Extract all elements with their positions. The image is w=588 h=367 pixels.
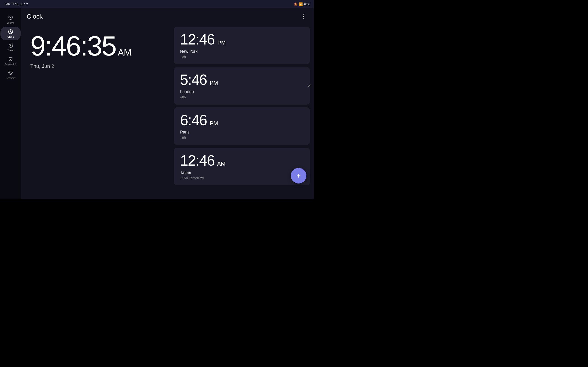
- wc-offset-london: +8h: [180, 95, 304, 99]
- world-clock-card-london: 5:46 PM London +8h: [174, 67, 310, 105]
- fab-plus-icon: +: [296, 172, 301, 179]
- edit-button[interactable]: [307, 83, 312, 89]
- timer-label: Timer: [7, 49, 14, 52]
- wc-ampm-paris: PM: [208, 120, 218, 126]
- wc-offset-taipei: +15h Tomorrow: [180, 176, 304, 180]
- app-container: Clock 9:46:35AM Thu, Jun 2 12:46 PM: [21, 8, 314, 199]
- sidebar-item-timer[interactable]: Timer: [0, 40, 21, 54]
- sidebar-item-alarm[interactable]: Alarm: [0, 13, 21, 27]
- wc-offset-newyork: +3h: [180, 55, 304, 59]
- local-time-value: 9:46:35: [30, 31, 116, 61]
- svg-point-0: [303, 15, 304, 15]
- world-clock-card-taipei: 12:46 AM Taipei +15h Tomorrow +: [174, 148, 310, 185]
- local-time: 9:46:35AM: [30, 32, 164, 60]
- wc-ampm-newyork: PM: [216, 40, 226, 46]
- main-content: 9:46:35AM Thu, Jun 2 12:46 PM New York +…: [21, 23, 314, 199]
- wc-time-london: 5:46 PM: [180, 73, 304, 87]
- svg-point-2: [303, 18, 304, 19]
- wc-time-paris: 6:46 PM: [180, 113, 304, 127]
- wc-time-value-taipei: 12:46: [180, 152, 215, 169]
- wc-city-taipei: Taipei: [180, 170, 304, 175]
- world-clock-card: 12:46 PM New York +3h: [174, 27, 310, 64]
- stopwatch-icon: [8, 56, 13, 62]
- wc-ampm-taipei: AM: [216, 161, 225, 167]
- status-bar: 9:46 Thu, Jun 2 🔕 📶 68%: [0, 0, 314, 8]
- add-city-fab[interactable]: +: [291, 168, 306, 184]
- timer-icon: [8, 43, 13, 48]
- world-clock-card-paris: 6:46 PM Paris +9h: [174, 107, 310, 145]
- wc-offset-paris: +9h: [180, 135, 304, 140]
- sidebar-item-clock[interactable]: Clock: [0, 27, 21, 40]
- app-header: Clock: [21, 8, 314, 23]
- wc-ampm-london: PM: [208, 80, 218, 86]
- wc-time-newyork: 12:46 PM: [180, 32, 304, 47]
- sidebar-item-bedtime[interactable]: Bedtime: [0, 68, 21, 82]
- bedtime-label: Bedtime: [6, 77, 15, 79]
- menu-button[interactable]: [299, 12, 308, 21]
- edit-icon: [307, 83, 312, 88]
- status-left: 9:46 Thu, Jun 2: [4, 2, 28, 6]
- status-right: 🔕 📶 68%: [294, 2, 310, 6]
- status-time: 9:46: [4, 2, 10, 6]
- svg-point-1: [303, 16, 304, 17]
- mute-icon: 🔕: [294, 2, 297, 6]
- wc-time-taipei: 12:46 AM: [180, 153, 304, 168]
- local-clock: 9:46:35AM Thu, Jun 2: [21, 23, 174, 199]
- wc-city-london: London: [180, 90, 304, 94]
- wc-city-newyork: New York: [180, 49, 304, 54]
- world-clocks-panel: 12:46 PM New York +3h 5:46 PM London +8h: [174, 23, 314, 199]
- wc-time-value-newyork: 12:46: [180, 31, 215, 48]
- bedtime-icon: [8, 70, 13, 76]
- wifi-icon: 📶: [299, 2, 303, 6]
- wc-time-value-paris: 6:46: [180, 112, 207, 128]
- clock-label: Clock: [7, 35, 14, 38]
- alarm-icon: [8, 15, 13, 21]
- nav-sidebar: Alarm Clock Timer Stopwatch Bedtime: [0, 8, 21, 199]
- battery-indicator: 68%: [304, 2, 310, 6]
- local-ampm: AM: [118, 47, 131, 57]
- app-title: Clock: [27, 13, 43, 20]
- clock-icon: [8, 29, 13, 34]
- wc-time-value-london: 5:46: [180, 72, 207, 88]
- status-date: Thu, Jun 2: [13, 2, 28, 6]
- wc-city-paris: Paris: [180, 130, 304, 135]
- stopwatch-label: Stopwatch: [5, 63, 16, 66]
- alarm-label: Alarm: [7, 22, 14, 24]
- more-vert-icon: [301, 14, 306, 19]
- local-date: Thu, Jun 2: [30, 63, 164, 69]
- sidebar-item-stopwatch[interactable]: Stopwatch: [0, 54, 21, 68]
